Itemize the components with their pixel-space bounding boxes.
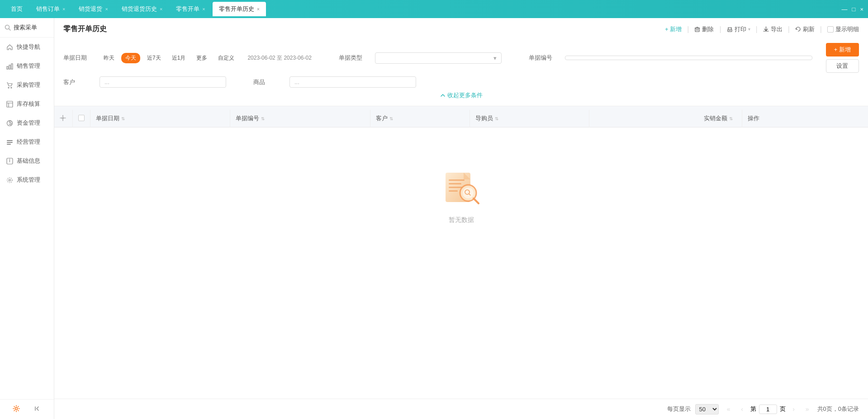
total-info: 共0页，0条记录 xyxy=(817,405,859,413)
goods-filter-input[interactable]: ... xyxy=(289,76,416,88)
page-title: 零售开单历史 xyxy=(63,24,107,34)
print-button[interactable]: 打印 ▾ xyxy=(727,25,750,33)
sidebar-search[interactable]: 搜索采单 xyxy=(0,18,54,38)
svg-rect-28 xyxy=(449,179,465,181)
show-detail-toggle[interactable]: 显示明细 xyxy=(827,25,859,33)
type-filter-label: 单据类型 xyxy=(339,54,366,62)
tab-sales-return-history[interactable]: 销货退货历史 × xyxy=(115,2,169,16)
tab-close-icon[interactable]: × xyxy=(105,6,108,12)
type-select-arrow: ▾ xyxy=(493,55,497,61)
svg-point-6 xyxy=(11,87,12,88)
date-btn-7days[interactable]: 近7天 xyxy=(143,53,165,63)
export-button[interactable]: 导出 xyxy=(763,25,783,33)
data-table: 单据日期 ⇅ 单据编号 ⇅ 客户 xyxy=(54,110,868,242)
customer-filter-input[interactable]: ... xyxy=(100,76,226,88)
tab-close-icon[interactable]: × xyxy=(202,6,205,12)
tab-sales-order[interactable]: 销售订单 × xyxy=(30,2,71,16)
tab-close-icon[interactable]: × xyxy=(160,6,162,12)
sidebar-item-system[interactable]: 系统管理 xyxy=(0,170,54,189)
svg-rect-19 xyxy=(695,28,699,32)
home-icon xyxy=(6,44,13,51)
gear-button[interactable] xyxy=(13,405,20,414)
date-btn-custom[interactable]: 自定义 xyxy=(214,53,238,63)
search-icon xyxy=(5,24,11,31)
th-number[interactable]: 单据编号 ⇅ xyxy=(230,110,370,127)
date-btn-more[interactable]: 更多 xyxy=(192,53,211,63)
table-container: 单据日期 ⇅ 单据编号 ⇅ 客户 xyxy=(54,110,868,399)
date-btn-yesterday[interactable]: 昨天 xyxy=(100,53,119,63)
show-detail-checkbox[interactable] xyxy=(827,26,834,33)
date-btn-today[interactable]: 今天 xyxy=(121,53,140,63)
basic-info-icon: i xyxy=(6,158,13,165)
next-page-btn[interactable]: › xyxy=(788,404,799,414)
collapse-button[interactable]: 收起更多条件 xyxy=(440,91,483,99)
last-page-btn[interactable]: » xyxy=(802,404,813,414)
svg-point-17 xyxy=(15,408,17,410)
export-icon xyxy=(763,26,769,32)
th-date[interactable]: 单据日期 ⇅ xyxy=(90,110,230,127)
empty-state-row: 暂无数据 xyxy=(54,127,868,243)
first-page-btn[interactable]: « xyxy=(723,404,734,414)
sidebar-item-shortcut[interactable]: 快捷导航 xyxy=(0,38,54,56)
tab-close-icon[interactable]: × xyxy=(62,6,65,12)
date-filter-buttons: 昨天 今天 近7天 近1月 更多 自定义 xyxy=(100,53,238,63)
number-filter-input[interactable] xyxy=(565,56,812,60)
th-customer[interactable]: 客户 ⇅ xyxy=(370,110,470,127)
close-btn[interactable]: × xyxy=(860,6,863,13)
svg-text:$: $ xyxy=(9,120,12,126)
tab-home[interactable]: 首页 xyxy=(5,2,29,16)
operations-icon xyxy=(6,139,13,146)
table-header-row: 单据日期 ⇅ 单据编号 ⇅ 客户 xyxy=(54,110,868,127)
page-input[interactable] xyxy=(759,405,777,414)
settings-button[interactable]: 设置 xyxy=(826,59,859,73)
purchase-icon xyxy=(6,82,13,89)
print-dropdown-arrow[interactable]: ▾ xyxy=(748,27,750,32)
finance-icon: $ xyxy=(6,120,13,127)
select-all-checkbox[interactable] xyxy=(78,115,85,121)
date-btn-1month[interactable]: 近1月 xyxy=(168,53,190,63)
sidebar-item-inventory[interactable]: 库存核算 xyxy=(0,94,54,113)
refresh-button[interactable]: 刷新 xyxy=(795,25,815,33)
sales-icon xyxy=(6,63,13,70)
add-button[interactable]: + 新增 xyxy=(665,25,682,33)
date-filter-label: 单据日期 xyxy=(63,54,90,62)
tab-retail-order[interactable]: 零售开单 × xyxy=(170,2,211,16)
chevron-up-icon xyxy=(440,93,446,98)
inventory-icon xyxy=(6,101,13,108)
page-label-ye: 页 xyxy=(780,405,786,413)
svg-point-15 xyxy=(9,179,11,181)
customer-placeholder: ... xyxy=(104,79,109,85)
tab-retail-order-history[interactable]: 零售开单历史 × xyxy=(213,2,266,16)
query-button[interactable]: + 新增 xyxy=(826,43,859,56)
type-filter-select[interactable]: ▾ xyxy=(375,52,502,64)
tab-close-icon[interactable]: × xyxy=(257,6,260,12)
query-settings-buttons: + 新增 设置 xyxy=(826,43,859,73)
tab-sales-return[interactable]: 销货退货 × xyxy=(72,2,114,16)
delete-button[interactable]: 删除 xyxy=(694,25,714,33)
th-settings[interactable] xyxy=(54,110,72,127)
minimize-btn[interactable]: — xyxy=(842,6,848,13)
window-controls: — □ × xyxy=(842,6,863,13)
sort-icon: ⇅ xyxy=(389,116,393,121)
svg-rect-11 xyxy=(7,142,13,143)
svg-rect-12 xyxy=(7,144,11,145)
page-label-di: 第 xyxy=(750,405,756,413)
sort-icon: ⇅ xyxy=(121,116,125,121)
goods-filter-label: 商品 xyxy=(253,78,280,86)
sidebar-item-operations[interactable]: 经营管理 xyxy=(0,132,54,151)
sidebar-item-basic-info[interactable]: i 基础信息 xyxy=(0,151,54,170)
sort-icon: ⇅ xyxy=(729,116,733,121)
sidebar-item-finance[interactable]: $ 资金管理 xyxy=(0,113,54,132)
table-footer: 每页显示 20 50 100 200 « ‹ 第 页 › » 共0页，0条记录 xyxy=(54,399,868,419)
sidebar-item-purchase[interactable]: 采购管理 xyxy=(0,75,54,94)
filter-area: 单据日期 昨天 今天 近7天 近1月 更多 自定义 2023-06-02 至 2… xyxy=(54,38,868,106)
th-amount[interactable]: 实销金额 ⇅ xyxy=(589,110,742,127)
th-checkbox[interactable] xyxy=(72,110,90,127)
prev-page-btn[interactable]: ‹ xyxy=(737,404,748,414)
th-guide[interactable]: 导购员 ⇅ xyxy=(470,110,589,127)
maximize-btn[interactable]: □ xyxy=(852,6,856,13)
svg-rect-2 xyxy=(7,66,8,69)
collapse-sidebar-button[interactable] xyxy=(34,405,41,414)
page-size-select[interactable]: 20 50 100 200 xyxy=(695,404,719,414)
sidebar-item-sales[interactable]: 销售管理 xyxy=(0,56,54,75)
